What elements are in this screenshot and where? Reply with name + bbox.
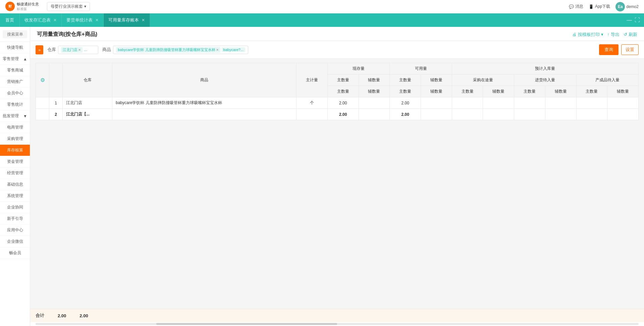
sidebar-item-newbie[interactable]: 新手引导 [0,213,30,225]
row-ip-main-0 [514,97,545,109]
sidebar-item-quick-nav[interactable]: 快捷导航 [0,42,30,53]
row-pt-main-1 [452,109,483,120]
sidebar-item-finance[interactable]: 资金管理 [0,156,30,168]
search-input[interactable] [3,30,27,38]
sidebar-item-enterprise[interactable]: 企业协同 [0,202,30,213]
th-avail-sub-2: 辅数量 [421,86,452,97]
sidebar-search-area [0,27,30,42]
app-download-btn[interactable]: 📱 App下载 [589,4,610,9]
maximize-icon[interactable]: ⛶ [635,17,640,23]
export-btn[interactable]: ↑ 导出 [607,32,620,38]
sidebar-item-enterprise-wechat[interactable]: 企业微信 [0,236,30,247]
warehouse-label: 仓库 [47,47,56,53]
home-tab-label: 首页 [5,17,14,23]
row-unit-0: 个 [297,97,328,109]
user-area[interactable]: Ea demo2 [615,2,639,11]
tab-available-close[interactable]: ✕ [142,18,145,22]
sidebar-item-finance-label: 资金管理 [7,159,23,164]
minimize-icon[interactable]: — [627,17,632,23]
row-warehouse-1: 江北门店【... [63,109,112,120]
top-bar-right: 💬 消息 📱 App下载 Ea demo2 [569,2,639,11]
tab-available-label: 可用量库存账本 [108,17,139,23]
tab-orders-close[interactable]: ✕ [95,18,99,22]
row-ip-sub-0 [545,97,576,109]
th-available-group: 可用量 [390,63,452,75]
filter-more-btn[interactable]: ... [84,47,87,52]
tab-available[interactable]: 可用量库存账本 ✕ [104,13,150,27]
message-icon: 💬 [569,4,574,9]
sidebar-item-purchase-mgmt[interactable]: 采购管理 [0,133,30,145]
industry-select[interactable]: 母婴行业演示账套 ▾ [47,2,90,11]
th-product-pending-sub: 辅数量 [607,86,639,97]
tab-spacer [150,13,623,27]
warehouse-tag-1-remove[interactable]: ✕ [78,48,81,52]
product-tag-1-remove[interactable]: ✕ [216,48,219,52]
row-pp-main-0 [576,97,607,109]
chevron-down-icon-print: ▾ [601,32,603,37]
th-purchase-transit-group: 采购在途量 [452,75,514,86]
chevron-down-icon: ▾ [84,4,86,9]
footer-stock-total: 2.00 [58,313,66,318]
mobile-icon: 📱 [589,4,594,9]
logo-text-block: 畅捷通好生意 标准版 [17,2,39,11]
filter-expand-btn[interactable]: » [36,45,43,54]
sidebar-item-system[interactable]: 系统管理 [0,190,30,202]
data-table: ⚙ 仓库 商品 主计量 现存量 可用量 预计入库量 主数量 辅数量 主数量 [36,63,639,120]
sidebar-item-retail-stats[interactable]: 零售统计 [0,99,30,110]
sidebar-item-retail-mall[interactable]: 零售商城 [0,65,30,76]
main-layout: 快捷导航 零售管理 ▲ 零售商城 营销推广 会员中心 零售统计 批发管理 ▼ 电… [0,27,644,326]
message-label: 消息 [575,4,583,9]
sidebar-item-quick-nav-label: 快捷导航 [7,45,23,50]
sidebar-item-inventory-label: 库存核算 [7,148,23,152]
warehouse-tag-group[interactable]: 江北门店 ✕ ... [58,46,98,54]
scroll-track[interactable] [36,323,639,325]
sidebar-item-app-center[interactable]: 应用中心 [0,225,30,236]
sidebar-item-member-label[interactable]: 畅会员 [0,247,30,259]
sidebar-item-wholesale-mgmt[interactable]: 批发管理 ▼ [0,110,30,122]
tab-receipts-close[interactable]: ✕ [53,18,57,22]
sidebar-item-marketing[interactable]: 营销推广 [0,76,30,88]
row-stock-sub-1 [359,109,390,120]
sidebar-item-member[interactable]: 会员中心 [0,88,30,99]
page-title: 可用量查询(按仓库+商品) [37,31,97,38]
row-stock-main-0: 2.00 [327,97,359,109]
footer-avail-total: 2.00 [79,313,88,318]
sidebar-item-operations[interactable]: 经营管理 [0,168,30,179]
print-label: 按模板打印 [578,32,600,38]
sidebar-item-ecom-mgmt[interactable]: 电商管理 [0,122,30,133]
top-bar: 财 畅捷通好生意 标准版 母婴行业演示账套 ▾ 💬 消息 📱 App下载 Ea … [0,0,644,13]
th-avail-main-2: 主数量 [390,86,421,97]
message-btn[interactable]: 💬 消息 [569,4,583,9]
industry-select-label: 母婴行业演示账套 [51,4,83,9]
sidebar-item-retail-mgmt[interactable]: 零售管理 ▲ [0,53,30,65]
settings-btn[interactable]: 设置 [621,44,639,55]
tab-home[interactable]: 首页 [0,13,20,27]
refresh-btn[interactable]: ↺ 刷新 [624,32,637,38]
th-product: 商品 [112,63,297,97]
app-download-label: App下载 [595,4,610,9]
nav-tabs: 首页 收发存汇总表 ✕ 要货单统计表 ✕ 可用量库存账本 ✕ — ⛶ [0,13,644,27]
sidebar-item-retail-stats-label: 零售统计 [7,102,23,107]
gear-icon[interactable]: ⚙ [40,77,45,83]
row-gear-1 [36,109,49,120]
sidebar-item-enterprise-label: 企业协同 [7,205,23,209]
tab-receipts-label: 收发存汇总表 [24,17,51,23]
th-stock-sub: 辅数量 [359,75,390,86]
row-index-0: 1 [49,97,63,109]
table-container: ⚙ 仓库 商品 主计量 现存量 可用量 预计入库量 主数量 辅数量 主数量 [30,59,644,309]
product-tag-group[interactable]: babycare学饮杯 儿童防摔防撞吸管杯重力球吸嘴杯宝宝水杯 ✕ babyca… [113,46,248,54]
row-pp-sub-1 [607,109,639,120]
print-btn[interactable]: 🖨 按模板打印 ▾ [572,32,603,38]
sidebar-item-inventory[interactable]: 库存核算 [0,145,30,156]
tab-orders[interactable]: 要货单统计表 ✕ [62,13,104,27]
scroll-thumb[interactable] [156,323,337,325]
sidebar-item-operations-label: 经营管理 [7,171,23,175]
row-avail-sub-1 [421,109,452,120]
th-incoming-pending-group: 进货待入量 [514,75,576,86]
query-btn[interactable]: 查询 [599,44,619,55]
th-warehouse: 仓库 [63,63,112,97]
row-avail-main-0: 2.00 [390,97,421,109]
tab-receipts[interactable]: 收发存汇总表 ✕ [20,13,62,27]
sidebar-item-basic-info[interactable]: 基础信息 [0,179,30,190]
table-row: 2 江北门店【... 2.00 2.00 [36,109,639,120]
